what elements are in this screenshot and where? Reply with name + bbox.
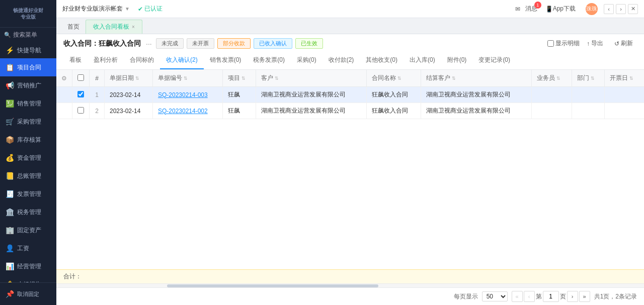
status-uninvoiced[interactable]: 未开票	[187, 38, 214, 49]
sidebar-item-fund[interactable]: 💰 资金管理	[0, 149, 56, 167]
tab-close-icon[interactable]: ×	[132, 24, 135, 30]
content-area: 收入合同： 狂飙收入合同 ··· 未完成 未开票 部分收款 已收入确认 已生效 …	[56, 34, 644, 305]
sidebar-item-sales[interactable]: 💹 销售管理	[0, 94, 56, 113]
tab-income-contract-label: 收入合同看板	[93, 23, 129, 31]
inventory-icon: 📦	[5, 135, 14, 144]
user-profile[interactable]: 珠珠	[584, 3, 598, 15]
sales-icon: 💹	[5, 99, 14, 108]
sub-tab-contract-std[interactable]: 合同标的	[124, 52, 160, 69]
general-ledger-icon: 📒	[5, 171, 14, 180]
th-open-date[interactable]: 开票日⇅	[604, 70, 644, 87]
row2-code[interactable]: SQ-20230214-002	[152, 103, 223, 119]
company-selector[interactable]: 好业财专业版演示帐套 ▼	[62, 5, 130, 13]
th-settings[interactable]: ⚙	[56, 70, 72, 87]
row2-salesperson	[532, 103, 572, 119]
th-settled-customer[interactable]: 结算客户⇅	[421, 70, 532, 87]
operations-icon: 📊	[5, 262, 14, 271]
th-checkbox[interactable]	[72, 70, 90, 87]
status-effective[interactable]: 已生效	[295, 38, 323, 49]
sidebar-item-general-ledger[interactable]: 📒 总账管理	[0, 167, 56, 185]
sidebar-item-marketing-label: 营销推广	[17, 81, 41, 90]
table-row[interactable]: 2 2023-02-14 SQ-20230214-002 狂飙 湖南卫视商业运营…	[56, 103, 644, 119]
app-download-button[interactable]: 📱 App下载	[545, 5, 576, 13]
sidebar-item-tax[interactable]: 🏛️ 税务管理	[0, 203, 56, 221]
page-nav: « ‹ 第 页 › »	[512, 291, 590, 302]
purchase-icon: 🛒	[5, 117, 14, 126]
sub-tab-sales-invoice[interactable]: 销售发票(0)	[204, 52, 248, 69]
sidebar-item-marketing[interactable]: 📢 营销推广	[0, 76, 56, 94]
sidebar-quick-nav[interactable]: ⚡ 快捷导航	[0, 42, 56, 58]
row1-department	[572, 87, 604, 103]
status-income-confirmed[interactable]: 已收入确认	[254, 38, 292, 49]
sub-tab-profit[interactable]: 盈利分析	[88, 52, 124, 69]
sidebar-item-reports[interactable]: 🔔 小畅报告	[0, 275, 56, 282]
message-icon: ✉	[515, 6, 520, 13]
refresh-button[interactable]: ↺ 刷新	[610, 38, 637, 49]
sidebar-item-fund-label: 资金管理	[17, 154, 41, 162]
export-button[interactable]: ↑ 导出	[583, 38, 607, 49]
nav-close-button[interactable]: ✕	[628, 4, 638, 14]
row2-checkbox-cell[interactable]	[72, 103, 90, 119]
scroll-bar[interactable]	[56, 283, 644, 287]
per-page-select[interactable]: 50 100 200	[482, 291, 508, 301]
page-input[interactable]	[543, 291, 559, 302]
sidebar-item-general-ledger-label: 总账管理	[17, 172, 41, 180]
last-page-button[interactable]: »	[579, 291, 590, 302]
th-code[interactable]: 单据编号⇅	[152, 70, 223, 87]
sidebar-item-project-contract[interactable]: 📋 项目合同	[0, 58, 56, 76]
more-options-button[interactable]: ···	[146, 40, 152, 48]
open-date-sort-icon: ⇅	[629, 76, 633, 81]
row1-checkbox-cell[interactable]	[72, 87, 90, 103]
sub-tab-change-log[interactable]: 变更记录(0)	[472, 52, 516, 69]
next-page-button[interactable]: ›	[567, 291, 578, 302]
sub-tab-payment[interactable]: 收付款(2)	[323, 52, 360, 69]
status-incomplete[interactable]: 未完成	[156, 38, 184, 49]
table-row[interactable]: 1 2023-02-14 SQ-20230214-003 狂飙 湖南卫视商业运营…	[56, 87, 644, 103]
export-label: 导出	[591, 39, 603, 48]
th-project[interactable]: 项目⇅	[223, 70, 256, 87]
show-detail-checkbox[interactable]	[547, 40, 554, 47]
date-sort-icon: ⇅	[135, 76, 139, 81]
sidebar-item-purchase[interactable]: 🛒 采购管理	[0, 113, 56, 131]
row2-code-link[interactable]: SQ-20230214-002	[158, 108, 208, 115]
nav-next-button[interactable]: ›	[616, 4, 626, 14]
topbar-nav-buttons: ‹ › ✕	[604, 4, 638, 14]
sub-tab-in-out-store[interactable]: 出入库(0)	[404, 52, 441, 69]
sidebar-item-operations[interactable]: 📊 经营管理	[0, 257, 56, 275]
tab-home[interactable]: 首页	[62, 20, 85, 34]
sub-tab-purchase[interactable]: 采购(0)	[291, 52, 323, 69]
first-page-button[interactable]: «	[512, 291, 523, 302]
th-department[interactable]: 部门⇅	[572, 70, 604, 87]
sidebar-search[interactable]: 🔍 搜索菜单	[0, 28, 56, 42]
th-customer[interactable]: 客户⇅	[256, 70, 366, 87]
row1-checkbox[interactable]	[77, 91, 84, 97]
sidebar-item-invoice[interactable]: 🧾 发票管理	[0, 185, 56, 203]
sub-tab-income-confirm[interactable]: 收入确认(2)	[160, 52, 204, 69]
message-button[interactable]: ✉ 1 消息	[515, 5, 537, 13]
prev-page-button[interactable]: ‹	[524, 291, 535, 302]
th-date[interactable]: 单据日期⇅	[105, 70, 153, 87]
sidebar-item-invoice-label: 发票管理	[17, 190, 41, 198]
message-badge: 1	[534, 2, 541, 9]
sub-tab-kanban[interactable]: 看板	[63, 52, 88, 69]
row1-code[interactable]: SQ-20230214-003	[152, 87, 223, 103]
unpin-button[interactable]: 📌 取消固定	[0, 286, 56, 302]
th-contract-name[interactable]: 合同名称⇅	[366, 70, 421, 87]
sidebar-item-fixed-assets-label: 固定资产	[17, 226, 41, 235]
sidebar-item-fixed-assets[interactable]: 🏢 固定资产	[0, 221, 56, 239]
sub-tab-other-income[interactable]: 其他收支(0)	[360, 52, 404, 69]
nav-prev-button[interactable]: ‹	[604, 4, 614, 14]
tab-income-contract-board[interactable]: 收入合同看板 ×	[86, 20, 142, 34]
sub-tab-attachments[interactable]: 附件(0)	[441, 52, 473, 69]
contract-name-sort-icon: ⇅	[397, 76, 401, 81]
sub-tab-tax-invoice[interactable]: 税务发票(0)	[247, 52, 291, 69]
sidebar-item-hr[interactable]: 👤 工资	[0, 239, 56, 257]
sidebar-item-inventory[interactable]: 📦 库存核算	[0, 131, 56, 149]
row1-code-link[interactable]: SQ-20230214-003	[158, 91, 208, 98]
status-partial-receipt[interactable]: 部分收款	[217, 38, 251, 49]
row2-checkbox[interactable]	[77, 107, 84, 114]
th-salesperson[interactable]: 业务员⇅	[532, 70, 572, 87]
app-logo-line2: 专业版	[4, 14, 52, 20]
show-detail-checkbox-label[interactable]: 显示明细	[547, 39, 580, 48]
select-all-checkbox[interactable]	[77, 74, 84, 81]
